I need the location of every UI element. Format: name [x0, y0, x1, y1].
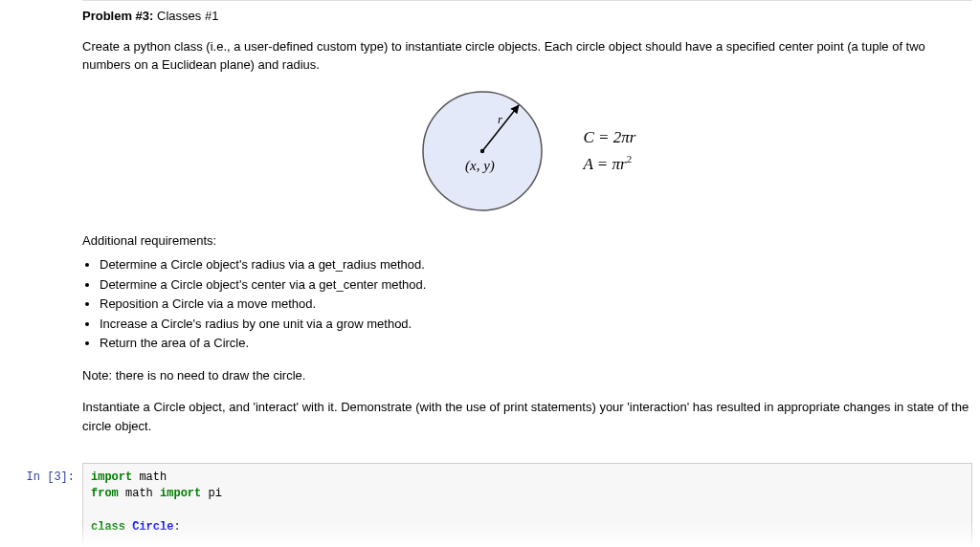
- list-item: Reposition a Circle via a move method.: [100, 295, 972, 314]
- circle-diagram: r (x, y) C = 2πr A = πr2: [82, 88, 972, 214]
- module-name: math: [125, 487, 153, 500]
- jupyter-page: Problem #3: Classes #1 Create a python c…: [0, 0, 980, 547]
- requirements-instantiate: Instantiate a Circle object, and 'intera…: [82, 398, 972, 435]
- kw-import: import: [160, 487, 201, 500]
- kw-import: import: [91, 470, 132, 484]
- code-input[interactable]: import math from math import pi class Ci…: [82, 463, 972, 547]
- problem-label: Problem #3:: [82, 9, 153, 23]
- code-cell: In [3]: import math from math import pi …: [0, 463, 972, 547]
- circle-graphic: r (x, y): [419, 88, 546, 214]
- circle-svg: r (x, y): [419, 88, 546, 214]
- module-name: math: [139, 470, 167, 484]
- svg-point-2: [479, 148, 483, 152]
- list-item: Determine a Circle object's radius via a…: [100, 255, 972, 274]
- requirements-heading: Additional requirements:: [82, 231, 972, 251]
- cell-prompt: In [3]:: [0, 463, 82, 486]
- formula-area: A = πr2: [584, 151, 636, 176]
- center-label: (x, y): [465, 158, 495, 174]
- symbol-name: pi: [208, 487, 221, 500]
- requirements-list: Determine a Circle object's radius via a…: [100, 255, 972, 353]
- problem-intro: Create a python class (i.e., a user-defi…: [82, 37, 972, 75]
- requirements-note: Note: there is no need to draw the circl…: [82, 366, 972, 385]
- divider: [82, 0, 972, 1]
- markdown-cell: Problem #3: Classes #1 Create a python c…: [82, 0, 972, 449]
- problem-heading: Problem #3: Classes #1: [82, 7, 972, 26]
- formulas: C = 2πr A = πr2: [584, 123, 636, 179]
- formula-circumference: C = 2πr: [584, 125, 636, 150]
- problem-title: Classes #1: [157, 9, 218, 23]
- list-item: Return the area of a Circle.: [100, 334, 972, 353]
- list-item: Determine a Circle object's center via a…: [100, 275, 972, 295]
- kw-from: from: [91, 487, 119, 500]
- class-name: Circle: [132, 520, 173, 534]
- list-item: Increase a Circle's radius by one unit v…: [100, 315, 972, 334]
- kw-class: class: [91, 520, 125, 534]
